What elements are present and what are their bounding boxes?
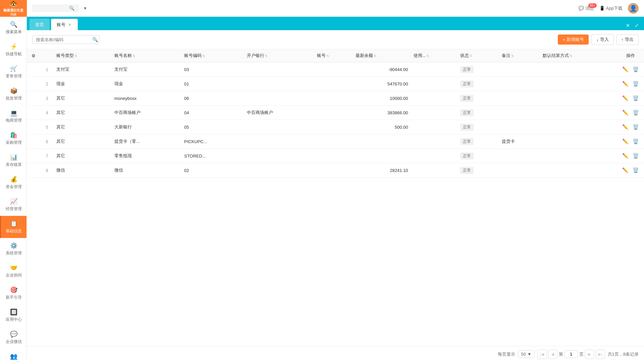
notification-icon: 💬 (579, 6, 584, 11)
top-search-icon: 🔍 (69, 6, 74, 11)
edit-button[interactable]: ✏️ (622, 66, 629, 73)
row-num-cell: 1 (40, 62, 54, 77)
edit-button[interactable]: ✏️ (622, 80, 629, 87)
row-usage-cell (411, 163, 458, 178)
delete-button[interactable]: 🗑️ (632, 123, 640, 131)
sidebar-item-system-mgmt[interactable]: ⚙️ 系统管理 (0, 238, 26, 260)
sidebar-item-new-guide[interactable]: 🎯 新手引导 (0, 282, 26, 304)
maximize-window-button[interactable]: ⤢ (633, 22, 640, 29)
app-download-button[interactable]: 📱 App下载 (599, 5, 623, 11)
sidebar-item-member[interactable]: 👥 畅会员 (0, 349, 26, 362)
first-page-button[interactable]: |◀ (537, 350, 547, 359)
edit-button[interactable]: ✏️ (622, 152, 629, 160)
edit-button[interactable]: ✏️ (622, 167, 629, 174)
top-search-box[interactable]: 🔍 (32, 4, 79, 12)
balance-col-header[interactable]: 最新余额⇅ (353, 49, 411, 62)
sidebar-item-app-center[interactable]: 🔲 应用中心 (0, 304, 26, 326)
row-account-cell (314, 62, 353, 77)
account-search-box[interactable]: 🔍 (32, 35, 99, 44)
delete-button[interactable]: 🗑️ (632, 109, 640, 116)
sidebar-item-finance-mgmt[interactable]: 💰 资金管理 (0, 172, 26, 194)
page-unit: 页 (579, 351, 584, 357)
delete-button[interactable]: 🗑️ (632, 152, 640, 160)
remark-col-header[interactable]: 备注⇅ (499, 49, 540, 62)
row-balance-cell: 10000.00 (353, 91, 411, 106)
content-area: 🔍 + 新增账号 ↓ 导入 ↑ 导出 (27, 30, 644, 362)
page-number-input[interactable] (565, 350, 578, 358)
row-balance-cell: 500.00 (353, 120, 411, 134)
edit-button[interactable]: ✏️ (622, 123, 629, 131)
row-num-cell: 2 (40, 77, 54, 91)
row-status-cell: 正常 (458, 77, 499, 91)
tab-account[interactable]: 账号 ✕ (51, 19, 78, 30)
row-name-cell: 现金 (112, 77, 181, 91)
delete-button[interactable]: 🗑️ (632, 95, 640, 102)
status-col-header[interactable]: 状态⇅ (458, 49, 499, 62)
row-name-cell: 中百商场账户 (112, 106, 181, 120)
dropdown-trigger[interactable]: ▼ (83, 6, 87, 11)
sidebar: 🐯 畅捷通好生意 玩版 🔍 搜索菜单 ⚡ 快捷导航 🛒 零售管理 📦 批发管理 … (0, 0, 27, 362)
sidebar-item-quick-nav[interactable]: ⚡ 快捷导航 (0, 39, 26, 61)
remark-sort-icon: ⇅ (511, 54, 514, 58)
sidebar-item-enterprise-wechat[interactable]: 💬 企业微信 (0, 326, 26, 349)
row-default-payment-cell (540, 134, 617, 149)
search-icon[interactable]: 🔍 (92, 37, 98, 42)
bank-col-header[interactable]: 开户银行⇅ (244, 49, 314, 62)
delete-button[interactable]: 🗑️ (632, 66, 640, 73)
add-account-button[interactable]: + 新增账号 (558, 35, 589, 45)
account-col-header[interactable]: 账号⇅ (314, 49, 353, 62)
next-page-button[interactable]: ▶ (585, 350, 594, 359)
code-col-header[interactable]: 账号编码⇅ (181, 49, 244, 62)
import-button[interactable]: ↓ 导入 (591, 34, 614, 45)
delete-button[interactable]: 🗑️ (632, 167, 640, 174)
sidebar-item-label: 资金管理 (6, 184, 22, 190)
last-page-button[interactable]: ▶| (596, 350, 605, 359)
account-search-input[interactable] (36, 37, 92, 42)
status-badge: 正常 (460, 95, 474, 102)
user-avatar[interactable]: 👤 (628, 3, 639, 14)
sidebar-item-purchase-mgmt[interactable]: 🛍️ 采购管理 (0, 127, 26, 149)
row-remark-cell (499, 106, 540, 120)
edit-button[interactable]: ✏️ (622, 138, 629, 145)
sidebar-item-search-menu[interactable]: 🔍 搜索菜单 (0, 17, 26, 39)
row-status-cell: 正常 (458, 120, 499, 134)
row-action-cell: ✏️ 🗑️ (617, 149, 644, 163)
sidebar-item-enterprise-agreement[interactable]: 🤝 企业协同 (0, 260, 26, 282)
status-badge: 正常 (460, 80, 474, 87)
action-buttons: ✏️ 🗑️ (620, 138, 641, 145)
export-button[interactable]: ↑ 导出 (616, 34, 639, 45)
export-label: 导出 (625, 37, 634, 43)
sidebar-item-basic-info[interactable]: 📋 基础信息 (0, 216, 26, 238)
sidebar-item-ecommerce-mgmt[interactable]: 💻 电商管理 (0, 105, 26, 127)
top-search-input[interactable] (36, 6, 69, 11)
page-size-select[interactable]: 50 ▼ (518, 350, 534, 358)
phone-icon: 📱 (599, 6, 605, 11)
sidebar-item-retail-mgmt[interactable]: 🛒 零售管理 (0, 61, 26, 83)
prev-page-button[interactable]: ◀ (548, 350, 557, 359)
row-status-cell: 正常 (458, 62, 499, 77)
row-balance-cell: 28241.10 (353, 163, 411, 178)
notification-button[interactable]: 💬 消息 99+ (579, 5, 594, 11)
default-payment-col-header[interactable]: 默认结算方式⇅ (540, 49, 617, 62)
sidebar-item-inventory[interactable]: 📊 库存核算 (0, 149, 26, 172)
sidebar-item-business-mgmt[interactable]: 📈 经营管理 (0, 194, 26, 216)
tab-home[interactable]: 首页 (30, 19, 50, 30)
row-settings-cell (27, 106, 40, 120)
edit-button[interactable]: ✏️ (622, 95, 629, 102)
edit-button[interactable]: ✏️ (622, 109, 629, 116)
tab-close-icon[interactable]: ✕ (67, 22, 72, 27)
row-account-cell (314, 106, 353, 120)
page-label: 第 (559, 351, 563, 357)
sidebar-item-label: 零售管理 (6, 73, 22, 79)
type-col-header[interactable]: 账号类型⇅ (54, 49, 112, 62)
close-window-button[interactable]: ✕ (625, 22, 631, 29)
usage-col-header[interactable]: 使用...⇅ (411, 49, 458, 62)
sidebar-item-wholesale-mgmt[interactable]: 📦 批发管理 (0, 83, 26, 105)
import-label: 导入 (600, 37, 609, 43)
row-account-cell (314, 134, 353, 149)
delete-button[interactable]: 🗑️ (632, 80, 640, 87)
settings-col-header[interactable]: ⚙ (27, 49, 40, 62)
name-col-header[interactable]: 账号名称⇅ (112, 49, 181, 62)
delete-button[interactable]: 🗑️ (632, 138, 640, 145)
main-area: 🔍 ▼ 💬 消息 99+ 📱 App下载 👤 首页 (27, 0, 644, 362)
